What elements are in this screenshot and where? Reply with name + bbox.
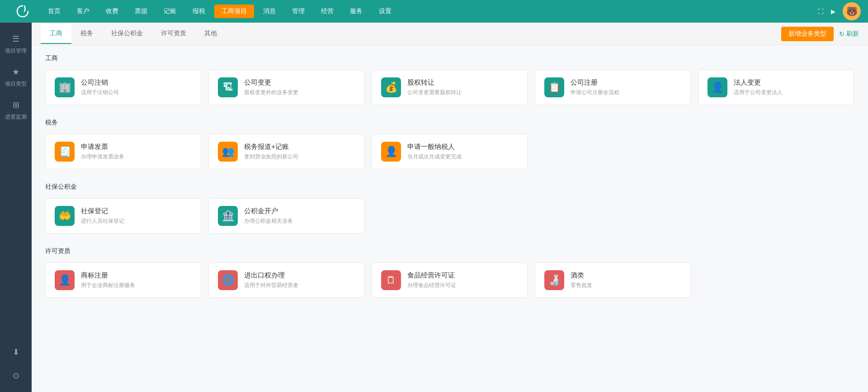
sidebar-bottom-icon-1: ⊙ bbox=[9, 369, 22, 382]
nav-item-4[interactable]: 记账 bbox=[156, 5, 184, 18]
refresh-icon: ↻ bbox=[839, 30, 844, 38]
card-text-3-0: 商标注册 用于企业商标注册服务 bbox=[81, 271, 192, 289]
card-title-0-3: 公司注册 bbox=[571, 78, 681, 87]
tab-4[interactable]: 其他 bbox=[195, 24, 226, 44]
cards-row-0: 🏢 公司注销 适用于注销公司 🏗 公司变更 股权变更外的业务变更 💰 股权转让 … bbox=[45, 70, 854, 105]
card-title-3-0: 商标注册 bbox=[81, 271, 192, 280]
card-3-2[interactable]: 🗒 食品经营许可证 办理食品经营许可证 bbox=[372, 263, 528, 298]
card-text-1-1: 税务报道+记账 拿到营业执照的新公司 bbox=[244, 143, 355, 161]
sidebar-bottom-item-1[interactable]: ⊙ bbox=[0, 364, 32, 387]
add-business-type-button[interactable]: 新增业务类型 bbox=[781, 27, 834, 41]
tab-0[interactable]: 工商 bbox=[41, 24, 71, 44]
card-desc-3-3: 零售批发 bbox=[571, 282, 681, 289]
card-text-1-0: 申请发票 办理申请发票业务 bbox=[81, 143, 192, 161]
card-desc-0-3: 申请公司注册全流程 bbox=[571, 89, 681, 96]
card-2-0[interactable]: 🤲 社保登记 进行人员社保登记 bbox=[45, 198, 201, 234]
tab-bar: 工商税务社保公积金许可资质其他 新增业务类型 ↻ 刷新 bbox=[32, 23, 868, 45]
cards-row-2: 🤲 社保登记 进行人员社保登记 🏦 公积金开户 办理公积金相关业务 bbox=[45, 198, 854, 234]
card-3-0[interactable]: 👤 商标注册 用于企业商标注册服务 bbox=[45, 263, 201, 298]
logo bbox=[9, 4, 36, 19]
card-text-1-2: 申请一般纳税人 当月或次月成变更完成 bbox=[407, 143, 518, 161]
sidebar-label-0: 项目管理 bbox=[5, 47, 27, 55]
refresh-button[interactable]: ↻ 刷新 bbox=[839, 30, 859, 38]
card-title-1-1: 税务报道+记账 bbox=[244, 143, 355, 151]
sidebar-label-2: 进度监测 bbox=[5, 113, 27, 121]
nav-menu: 首页客户收费票据记账报税工商项目消息管理经营服务设置 bbox=[41, 5, 818, 18]
tab-3[interactable]: 许可资质 bbox=[152, 24, 195, 44]
sidebar: ☰项目管理★项目类型⊞进度监测⬇⊙ bbox=[0, 23, 32, 392]
nav-item-1[interactable]: 客户 bbox=[70, 5, 97, 18]
card-title-0-2: 股权转让 bbox=[407, 78, 518, 87]
nav-item-6[interactable]: 工商项目 bbox=[214, 5, 254, 18]
card-icon-1-1: 👥 bbox=[218, 142, 238, 162]
cards-row-1: 🧾 申请发票 办理申请发票业务 👥 税务报道+记账 拿到营业执照的新公司 👤 申… bbox=[45, 134, 854, 169]
card-title-2-0: 社保登记 bbox=[81, 207, 192, 215]
card-title-3-3: 酒类 bbox=[571, 271, 681, 280]
vip-icon: ▶ bbox=[831, 8, 835, 15]
card-1-2[interactable]: 👤 申请一般纳税人 当月或次月成变更完成 bbox=[372, 134, 528, 169]
tab-actions: 新增业务类型 ↻ 刷新 bbox=[781, 27, 859, 41]
card-icon-3-1: 🌐 bbox=[218, 270, 238, 290]
card-text-0-1: 公司变更 股权变更外的业务变更 bbox=[244, 78, 355, 96]
nav-item-11[interactable]: 设置 bbox=[372, 5, 399, 18]
nav-item-5[interactable]: 报税 bbox=[185, 5, 212, 18]
sidebar-item-1[interactable]: ★项目类型 bbox=[0, 60, 32, 93]
card-desc-0-1: 股权变更外的业务变更 bbox=[244, 89, 355, 96]
card-0-3[interactable]: 📋 公司注册 申请公司注册全流程 bbox=[535, 70, 691, 105]
card-desc-0-4: 适用于公司变更法人 bbox=[734, 89, 844, 96]
card-title-3-2: 食品经营许可证 bbox=[407, 271, 518, 280]
tab-2[interactable]: 社保公积金 bbox=[102, 24, 152, 44]
card-text-2-1: 公积金开户 办理公积金相关业务 bbox=[244, 207, 355, 225]
nav-item-0[interactable]: 首页 bbox=[41, 5, 68, 18]
fullscreen-btn[interactable]: ⛶ bbox=[818, 8, 826, 15]
card-3-1[interactable]: 🌐 进出口权办理 适用于对外贸易经营者 bbox=[208, 263, 364, 298]
card-3-3[interactable]: 🍶 酒类 零售批发 bbox=[535, 263, 691, 298]
card-0-4[interactable]: 👤 法人变更 适用于公司变更法人 bbox=[698, 70, 854, 105]
main-layout: ☰项目管理★项目类型⊞进度监测⬇⊙ 工商税务社保公积金许可资质其他 新增业务类型… bbox=[0, 23, 868, 392]
nav-right: ⛶ ▶ 🐻 bbox=[818, 2, 868, 20]
nav-item-7[interactable]: 消息 bbox=[256, 5, 283, 18]
sidebar-icon-0: ☰ bbox=[9, 33, 22, 45]
sidebar-bottom-item-0[interactable]: ⬇ bbox=[0, 340, 32, 364]
card-title-2-1: 公积金开户 bbox=[244, 207, 355, 215]
sidebar-bottom-icon-0: ⬇ bbox=[9, 346, 22, 359]
nav-item-3[interactable]: 票据 bbox=[127, 5, 155, 18]
card-icon-1-0: 🧾 bbox=[55, 142, 75, 162]
card-0-1[interactable]: 🏗 公司变更 股权变更外的业务变更 bbox=[208, 70, 364, 105]
card-title-0-0: 公司注销 bbox=[81, 78, 192, 87]
content-area: 工商税务社保公积金许可资质其他 新增业务类型 ↻ 刷新 工商 🏢 公司注销 适用… bbox=[32, 23, 868, 392]
sidebar-item-2[interactable]: ⊞进度监测 bbox=[0, 93, 32, 126]
section-title-1: 税务 bbox=[45, 119, 854, 127]
card-desc-2-1: 办理公积金相关业务 bbox=[244, 217, 355, 225]
sidebar-bottom: ⬇⊙ bbox=[0, 340, 32, 392]
tab-1[interactable]: 税务 bbox=[71, 24, 102, 44]
card-text-3-3: 酒类 零售批发 bbox=[571, 271, 681, 289]
card-text-0-4: 法人变更 适用于公司变更法人 bbox=[734, 78, 844, 96]
card-text-3-1: 进出口权办理 适用于对外贸易经营者 bbox=[244, 271, 355, 289]
card-0-0[interactable]: 🏢 公司注销 适用于注销公司 bbox=[45, 70, 201, 105]
card-icon-1-2: 👤 bbox=[381, 142, 401, 162]
card-title-1-2: 申请一般纳税人 bbox=[407, 143, 518, 151]
mascot-avatar[interactable]: 🐻 bbox=[843, 2, 861, 20]
card-icon-3-2: 🗒 bbox=[381, 270, 401, 290]
fullscreen-icon: ⛶ bbox=[818, 8, 824, 15]
scroll-content[interactable]: 工商 🏢 公司注销 适用于注销公司 🏗 公司变更 股权变更外的业务变更 💰 股权… bbox=[32, 45, 868, 392]
top-navigation: 首页客户收费票据记账报税工商项目消息管理经营服务设置 ⛶ ▶ 🐻 bbox=[0, 0, 868, 23]
nav-item-9[interactable]: 经营 bbox=[314, 5, 341, 18]
nav-item-2[interactable]: 收费 bbox=[99, 5, 126, 18]
sidebar-label-1: 项目类型 bbox=[5, 80, 27, 88]
card-2-1[interactable]: 🏦 公积金开户 办理公积金相关业务 bbox=[208, 198, 364, 234]
nav-item-8[interactable]: 管理 bbox=[285, 5, 312, 18]
vip-btn[interactable]: ▶ bbox=[831, 8, 837, 15]
nav-item-10[interactable]: 服务 bbox=[343, 5, 370, 18]
card-title-3-1: 进出口权办理 bbox=[244, 271, 355, 280]
card-0-2[interactable]: 💰 股权转让 公司变更需要股权转让 bbox=[372, 70, 528, 105]
sidebar-item-0[interactable]: ☰项目管理 bbox=[0, 27, 32, 60]
card-1-1[interactable]: 👥 税务报道+记账 拿到营业执照的新公司 bbox=[208, 134, 364, 169]
refresh-label: 刷新 bbox=[846, 30, 859, 38]
card-icon-2-1: 🏦 bbox=[218, 206, 238, 226]
sidebar-icon-2: ⊞ bbox=[9, 99, 22, 111]
card-title-0-4: 法人变更 bbox=[734, 78, 844, 87]
card-desc-1-1: 拿到营业执照的新公司 bbox=[244, 153, 355, 161]
card-1-0[interactable]: 🧾 申请发票 办理申请发票业务 bbox=[45, 134, 201, 169]
